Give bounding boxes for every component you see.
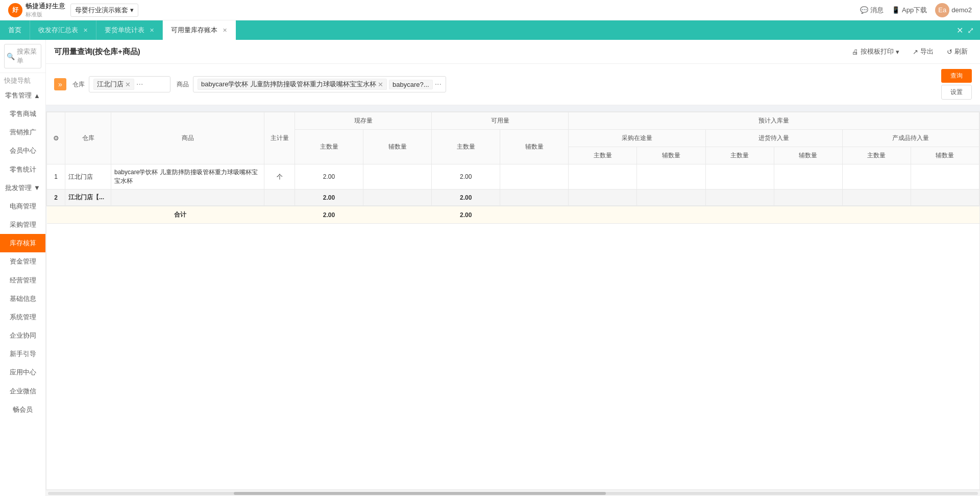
- message-btn[interactable]: 💬 消息: [860, 6, 884, 15]
- tab-available[interactable]: 可用量库存账本 ✕: [163, 20, 236, 40]
- product-filter: 商品 babycare学饮杯 儿童防摔防撞吸管杯重力球吸嘴杯宝宝水杯 ✕ bab…: [177, 76, 446, 92]
- logo-text: 畅捷通好生意 标准版: [26, 2, 65, 18]
- data-table: ⚙ 仓库 商品 主计量 现存量 可用量 预计入库量 主数量 辅数量 主数量 辅数…: [46, 112, 979, 224]
- query-button[interactable]: 查询: [941, 69, 972, 83]
- warehouse-filter: 仓库 江北门店 ✕ ···: [72, 76, 170, 92]
- table-wrapper: ⚙ 仓库 商品 主计量 现存量 可用量 预计入库量 主数量 辅数量 主数量 辅数…: [46, 111, 980, 490]
- product-more-btn[interactable]: ···: [435, 80, 442, 89]
- col-production-group: 产成品待入量: [842, 130, 979, 147]
- warehouse-tag: 江北门店 ✕: [93, 79, 134, 90]
- print-btn[interactable]: 🖨 按模板打印 ▾: [848, 45, 903, 58]
- close-available-tab[interactable]: ✕: [223, 27, 227, 34]
- col-arrival-group: 进货待入量: [705, 130, 842, 147]
- sidebar-item-operation-mgmt[interactable]: 经营管理: [0, 271, 45, 290]
- row1-purchase-main: [569, 164, 637, 190]
- sidebar: 🔍 快捷导航 搜索菜单 快捷导航 零售管理 ▲ 零售商城 营销推广 会员中心 零…: [0, 40, 46, 496]
- export-btn[interactable]: ↗ 导出: [909, 45, 938, 58]
- group-stock-main: 2.00: [295, 190, 363, 206]
- print-chevron-icon: ▾: [896, 48, 899, 56]
- group-avail-main: 2.00: [432, 190, 500, 206]
- top-bar-left: 好 畅捷通好生意 标准版 母婴行业演示账套 ▾: [8, 2, 138, 18]
- col-stock-group: 现存量: [295, 112, 432, 130]
- sidebar-search-area: 🔍 快捷导航 搜索菜单: [0, 40, 45, 73]
- group-production-main: [842, 190, 911, 206]
- tab-receive[interactable]: 收发存汇总表 ✕: [30, 20, 96, 40]
- sidebar-item-purchase-mgmt[interactable]: 采购管理: [0, 216, 45, 234]
- sidebar-item-wholesale-mgmt[interactable]: 批发管理 ▼: [0, 179, 45, 197]
- chevron-down-icon: ▾: [130, 6, 134, 14]
- warehouse-more-btn[interactable]: ···: [136, 80, 143, 89]
- close-receive-tab[interactable]: ✕: [83, 27, 88, 34]
- col-arrival-main: 主数量: [705, 147, 774, 164]
- sidebar-search-btn[interactable]: 🔍 快捷导航 搜索菜单: [4, 44, 41, 68]
- tab-expand-btn[interactable]: ⤢: [967, 26, 974, 35]
- sidebar-item-retail-mgmt[interactable]: 零售管理 ▲: [0, 86, 45, 105]
- scrollbar-thumb[interactable]: [234, 492, 606, 495]
- group-warehouse: 江北门店【...: [65, 190, 111, 206]
- sidebar-item-finance-mgmt[interactable]: 资金管理: [0, 252, 45, 271]
- search-icon: 🔍: [7, 53, 15, 60]
- sidebar-item-marketing[interactable]: 营销推广: [0, 123, 45, 141]
- sidebar-item-inventory-check[interactable]: 库存核算: [0, 234, 45, 252]
- sidebar-item-ecom-mgmt[interactable]: 电商管理: [0, 197, 45, 216]
- page-header: 可用量查询(按仓库+商品) 🖨 按模板打印 ▾ ↗ 导出 ↺ 刷新: [46, 40, 980, 64]
- product-tag-1: babycare学饮杯 儿童防摔防撞吸管杯重力球吸嘴杯宝宝水杯 ✕: [198, 79, 387, 90]
- row1-warehouse: 江北门店: [65, 164, 111, 190]
- sidebar-item-retail-stats[interactable]: 零售统计: [0, 160, 45, 179]
- row1-stock-main: 2.00: [295, 164, 363, 190]
- sidebar-item-basic-info[interactable]: 基础信息: [0, 290, 45, 308]
- sidebar-item-enterprise-wechat[interactable]: 企业微信: [0, 382, 45, 400]
- sidebar-quick-nav[interactable]: 快捷导航: [0, 73, 45, 86]
- group-stock-aux: [363, 190, 432, 206]
- row1-unit: 个: [264, 164, 295, 190]
- group-arrival-aux: [774, 190, 842, 206]
- export-icon: ↗: [913, 48, 918, 56]
- col-arrival-aux: 辅数量: [774, 147, 842, 164]
- row1-production-main: [842, 164, 911, 190]
- scrollbar-track: [48, 492, 978, 495]
- group-unit: [264, 190, 295, 206]
- sidebar-item-member-center[interactable]: 会员中心: [0, 141, 45, 160]
- col-purchase-main: 主数量: [569, 147, 637, 164]
- col-avail-main: 主数量: [432, 130, 500, 164]
- group-product: [111, 190, 264, 206]
- sidebar-item-member-vip[interactable]: 畅会员: [0, 400, 45, 419]
- setting-button[interactable]: 设置: [941, 85, 972, 100]
- page-actions: 🖨 按模板打印 ▾ ↗ 导出 ↺ 刷新: [848, 45, 972, 58]
- print-icon: 🖨: [852, 48, 859, 56]
- sidebar-item-enterprise-collab[interactable]: 企业协同: [0, 326, 45, 345]
- tab-home[interactable]: 首页: [0, 20, 30, 40]
- remove-product-tag-1[interactable]: ✕: [378, 81, 383, 88]
- close-order-tab[interactable]: ✕: [150, 27, 154, 34]
- logo: 好 畅捷通好生意 标准版: [8, 2, 65, 18]
- sidebar-item-app-center[interactable]: 应用中心: [0, 363, 45, 382]
- col-production-aux: 辅数量: [911, 147, 979, 164]
- footer-avail-main: 2.00: [432, 206, 500, 224]
- chevron-up-icon: ▲: [34, 92, 40, 100]
- sidebar-item-new-guide[interactable]: 新手引导: [0, 345, 45, 363]
- avatar: Ea: [935, 3, 949, 17]
- horizontal-scrollbar[interactable]: [46, 490, 980, 496]
- refresh-btn[interactable]: ↺ 刷新: [943, 45, 972, 58]
- footer-stock-main: 2.00: [295, 206, 363, 224]
- top-bar: 好 畅捷通好生意 标准版 母婴行业演示账套 ▾ 💬 消息 📱 App下载 Ea …: [0, 0, 980, 20]
- col-stock-aux: 辅数量: [363, 130, 432, 164]
- industry-selector[interactable]: 母婴行业演示账套 ▾: [70, 4, 138, 17]
- row1-arrival-aux: [774, 164, 842, 190]
- row1-avail-aux: [500, 164, 569, 190]
- remove-warehouse-tag[interactable]: ✕: [125, 81, 131, 88]
- product-tag-2: babycare?...: [389, 80, 433, 89]
- expand-filter-btn[interactable]: »: [54, 78, 66, 90]
- user-profile[interactable]: Ea demo2: [935, 3, 972, 17]
- footer-label: 合计: [65, 206, 295, 224]
- col-product: 商品: [111, 112, 264, 164]
- sidebar-item-retail-mall[interactable]: 零售商城: [0, 105, 45, 123]
- product-input[interactable]: babycare学饮杯 儿童防摔防撞吸管杯重力球吸嘴杯宝宝水杯 ✕ babyca…: [193, 76, 446, 92]
- group-avail-aux: [500, 190, 569, 206]
- appdown-btn[interactable]: 📱 App下载: [892, 6, 927, 15]
- sidebar-item-sys-mgmt[interactable]: 系统管理: [0, 308, 45, 326]
- row1-production-aux: [911, 164, 979, 190]
- tab-close-all-btn[interactable]: ✕: [957, 26, 963, 35]
- warehouse-input[interactable]: 江北门店 ✕ ···: [89, 76, 170, 92]
- tab-order[interactable]: 要货单统计表 ✕: [96, 20, 163, 40]
